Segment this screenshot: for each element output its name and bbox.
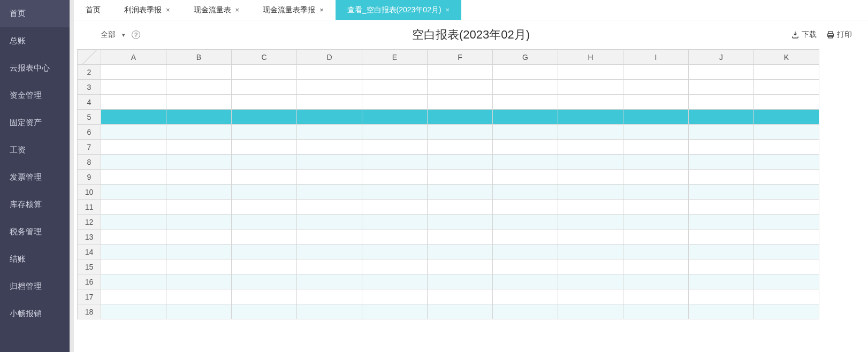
close-icon[interactable]: ×: [446, 6, 450, 14]
cell-K17[interactable]: [754, 289, 819, 304]
cell-B3[interactable]: [166, 80, 232, 95]
column-header-F[interactable]: F: [428, 50, 493, 65]
cell-K13[interactable]: [754, 229, 819, 244]
cell-H13[interactable]: [558, 229, 623, 244]
row-header-12[interactable]: 12: [78, 215, 101, 229]
cell-G18[interactable]: [493, 304, 558, 319]
cell-A2[interactable]: [101, 65, 166, 80]
column-header-G[interactable]: G: [493, 50, 558, 65]
row-header-5[interactable]: 5: [78, 110, 101, 125]
cell-C15[interactable]: [232, 259, 297, 274]
cell-C18[interactable]: [232, 304, 297, 319]
cell-D6[interactable]: [297, 125, 362, 140]
cell-H10[interactable]: [558, 185, 623, 200]
cell-C11[interactable]: [232, 200, 297, 215]
cell-H16[interactable]: [558, 274, 623, 289]
cell-E11[interactable]: [362, 200, 428, 215]
cell-D5[interactable]: [297, 110, 362, 125]
cell-H15[interactable]: [558, 259, 623, 274]
cell-C8[interactable]: [232, 155, 297, 170]
cell-I12[interactable]: [623, 215, 689, 229]
cell-J2[interactable]: [689, 65, 754, 80]
column-header-C[interactable]: C: [232, 50, 297, 65]
cell-B17[interactable]: [166, 289, 232, 304]
cell-F15[interactable]: [428, 259, 493, 274]
cell-K10[interactable]: [754, 185, 819, 200]
cell-A8[interactable]: [101, 155, 166, 170]
sidebar-item-4[interactable]: 固定资产: [0, 109, 70, 136]
cell-G9[interactable]: [493, 170, 558, 185]
close-icon[interactable]: ×: [319, 6, 324, 14]
column-header-E[interactable]: E: [362, 50, 428, 65]
cell-I11[interactable]: [623, 200, 689, 215]
cell-H12[interactable]: [558, 215, 623, 229]
cell-G16[interactable]: [493, 274, 558, 289]
cell-E15[interactable]: [362, 259, 428, 274]
cell-I8[interactable]: [623, 155, 689, 170]
cell-F5[interactable]: [428, 110, 493, 125]
cell-J12[interactable]: [689, 215, 754, 229]
column-header-K[interactable]: K: [754, 50, 819, 65]
cell-D16[interactable]: [297, 274, 362, 289]
cell-B4[interactable]: [166, 95, 232, 110]
row-header-8[interactable]: 8: [78, 155, 101, 170]
cell-E18[interactable]: [362, 304, 428, 319]
sidebar-item-5[interactable]: 工资: [0, 136, 70, 164]
cell-E5[interactable]: [362, 110, 428, 125]
cell-A10[interactable]: [101, 185, 166, 200]
cell-F3[interactable]: [428, 80, 493, 95]
cell-H3[interactable]: [558, 80, 623, 95]
cell-A18[interactable]: [101, 304, 166, 319]
cell-E6[interactable]: [362, 125, 428, 140]
cell-C10[interactable]: [232, 185, 297, 200]
sidebar-item-3[interactable]: 资金管理: [0, 82, 70, 109]
cell-I6[interactable]: [623, 125, 689, 140]
cell-I14[interactable]: [623, 244, 689, 259]
cell-J9[interactable]: [689, 170, 754, 185]
cell-A15[interactable]: [101, 259, 166, 274]
cell-G2[interactable]: [493, 65, 558, 80]
cell-C13[interactable]: [232, 229, 297, 244]
cell-A16[interactable]: [101, 274, 166, 289]
cell-K7[interactable]: [754, 140, 819, 155]
cell-C9[interactable]: [232, 170, 297, 185]
row-header-3[interactable]: 3: [78, 80, 101, 95]
cell-J6[interactable]: [689, 125, 754, 140]
tab-0[interactable]: 首页: [74, 0, 112, 20]
sidebar-scrollbar[interactable]: [70, 0, 74, 352]
cell-G10[interactable]: [493, 185, 558, 200]
cell-A17[interactable]: [101, 289, 166, 304]
column-header-H[interactable]: H: [558, 50, 623, 65]
cell-J11[interactable]: [689, 200, 754, 215]
cell-H9[interactable]: [558, 170, 623, 185]
cell-F10[interactable]: [428, 185, 493, 200]
cell-K5[interactable]: [754, 110, 819, 125]
cell-B2[interactable]: [166, 65, 232, 80]
cell-D15[interactable]: [297, 259, 362, 274]
sidebar-item-6[interactable]: 发票管理: [0, 164, 70, 191]
column-header-I[interactable]: I: [623, 50, 689, 65]
cell-D2[interactable]: [297, 65, 362, 80]
cell-F17[interactable]: [428, 289, 493, 304]
cell-I2[interactable]: [623, 65, 689, 80]
cell-A7[interactable]: [101, 140, 166, 155]
cell-H11[interactable]: [558, 200, 623, 215]
cell-F4[interactable]: [428, 95, 493, 110]
row-header-9[interactable]: 9: [78, 170, 101, 185]
row-header-4[interactable]: 4: [78, 95, 101, 110]
cell-E10[interactable]: [362, 185, 428, 200]
cell-F7[interactable]: [428, 140, 493, 155]
cell-I3[interactable]: [623, 80, 689, 95]
cell-I9[interactable]: [623, 170, 689, 185]
cell-B13[interactable]: [166, 229, 232, 244]
cell-F18[interactable]: [428, 304, 493, 319]
tab-3[interactable]: 现金流量表季报×: [251, 0, 336, 20]
cell-E2[interactable]: [362, 65, 428, 80]
cell-B15[interactable]: [166, 259, 232, 274]
cell-H18[interactable]: [558, 304, 623, 319]
cell-A6[interactable]: [101, 125, 166, 140]
cell-F6[interactable]: [428, 125, 493, 140]
cell-G8[interactable]: [493, 155, 558, 170]
sidebar-item-8[interactable]: 税务管理: [0, 218, 70, 246]
cell-J8[interactable]: [689, 155, 754, 170]
